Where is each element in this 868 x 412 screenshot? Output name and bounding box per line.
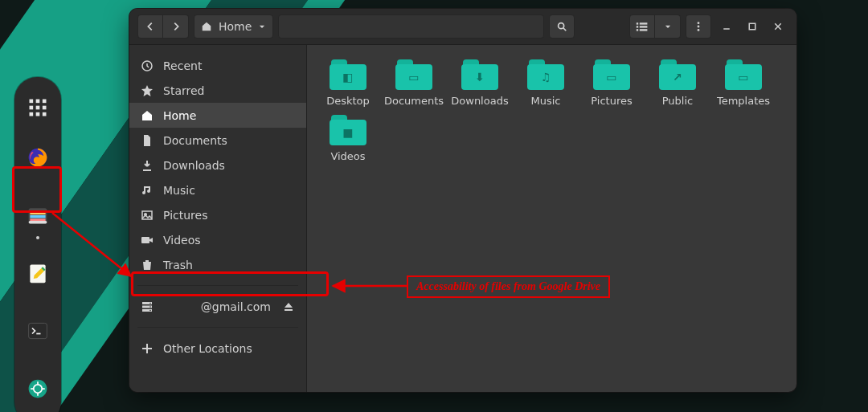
sidebar-item-label: Other Locations	[163, 342, 252, 355]
svg-point-41	[149, 302, 151, 304]
svg-point-20	[559, 23, 564, 29]
folder-public[interactable]: ↗ Public	[645, 56, 710, 112]
view-toggle-button[interactable]	[629, 14, 655, 39]
screenshot-launcher[interactable]	[22, 373, 54, 405]
folder-downloads[interactable]: ⬇ Downloads	[447, 56, 513, 112]
sidebar-item-label: Videos	[163, 234, 201, 247]
svg-rect-21	[637, 22, 638, 24]
sidebar-item-label: Pictures	[163, 209, 207, 222]
toolbar: Home	[129, 9, 796, 45]
folder-icon: ⬇	[461, 58, 498, 90]
path-label: Home	[219, 20, 252, 33]
sidebar: Recent Starred Home Documents Downloads …	[129, 45, 307, 392]
sidebar-item-other-locations[interactable]: Other Locations	[129, 336, 306, 361]
svg-point-29	[698, 29, 700, 31]
file-label: Desktop	[326, 95, 370, 107]
svg-rect-5	[43, 106, 47, 110]
hamburger-menu-button[interactable]	[686, 14, 711, 39]
sidebar-item-google-drive[interactable]: @gmail.com	[129, 294, 306, 319]
svg-rect-2	[43, 100, 47, 104]
file-label: Pictures	[591, 95, 632, 107]
folder-icon: ↗	[659, 58, 696, 90]
folder-desktop[interactable]: ◧ Desktop	[315, 56, 381, 112]
close-button[interactable]	[768, 16, 788, 37]
file-label: Music	[530, 95, 560, 107]
folder-icon: ▭	[395, 58, 432, 90]
sidebar-item-music[interactable]: Music	[129, 177, 306, 202]
file-manager-window: Home	[129, 9, 796, 392]
svg-rect-14	[29, 221, 47, 224]
folder-templates[interactable]: ▭ Templates	[710, 56, 776, 112]
folder-icon: ▭	[725, 58, 762, 90]
back-button[interactable]	[137, 14, 163, 39]
sidebar-item-label: Trash	[163, 259, 193, 271]
svg-rect-0	[30, 100, 34, 104]
sidebar-separator	[137, 327, 298, 328]
sidebar-item-starred[interactable]: Starred	[129, 78, 306, 103]
folder-icon: ■	[330, 113, 366, 145]
folder-icon: ◧	[330, 58, 366, 90]
file-view[interactable]: ◧ Desktop ▭ Documents ⬇ Downloads ♫ Musi…	[307, 45, 796, 392]
path-bar[interactable]: Home	[194, 14, 273, 39]
sidebar-item-label: Recent	[163, 59, 202, 72]
sidebar-item-label: Starred	[163, 84, 204, 97]
text-editor-launcher[interactable]	[22, 257, 54, 289]
sidebar-item-videos[interactable]: Videos	[129, 227, 306, 252]
annotation-box-file-manager-icon	[12, 166, 62, 213]
folder-videos[interactable]: ■ Videos	[315, 112, 381, 167]
svg-rect-23	[637, 26, 638, 27]
minimize-button[interactable]	[716, 16, 737, 37]
maximize-button[interactable]	[742, 16, 763, 37]
svg-rect-35	[142, 211, 152, 219]
svg-rect-4	[36, 106, 40, 110]
svg-rect-3	[30, 106, 34, 110]
sidebar-item-label: Downloads	[163, 159, 225, 172]
server-icon	[141, 300, 154, 313]
sidebar-item-downloads[interactable]: Downloads	[129, 153, 306, 177]
annotation-label-gdrive: Accessability of files from Google Drive	[407, 275, 610, 298]
sidebar-item-pictures[interactable]: Pictures	[129, 202, 306, 227]
svg-rect-12	[30, 215, 45, 218]
svg-rect-37	[141, 237, 149, 243]
eject-icon[interactable]	[282, 300, 295, 313]
view-options-button[interactable]	[655, 14, 681, 39]
file-label: Videos	[330, 150, 365, 162]
apps-grid-button[interactable]	[22, 92, 54, 124]
svg-rect-25	[637, 29, 638, 31]
svg-point-27	[698, 22, 700, 24]
svg-rect-16	[29, 323, 47, 338]
running-indicator	[36, 236, 39, 239]
folder-music[interactable]: ♫ Music	[513, 56, 579, 112]
folder-documents[interactable]: ▭ Documents	[381, 56, 447, 112]
svg-point-28	[698, 26, 700, 28]
sidebar-item-recent[interactable]: Recent	[129, 53, 306, 78]
sidebar-item-label: @gmail.com	[163, 300, 272, 313]
folder-pictures[interactable]: ▭ Pictures	[579, 56, 645, 112]
file-label: Documents	[384, 95, 444, 107]
search-button[interactable]	[549, 14, 575, 39]
sidebar-item-label: Home	[163, 109, 196, 122]
annotation-box-gdrive-sidebar	[131, 271, 329, 296]
forward-button[interactable]	[163, 14, 189, 39]
sidebar-item-home[interactable]: Home	[129, 103, 306, 128]
svg-rect-1	[36, 100, 40, 104]
folder-icon: ♫	[527, 58, 564, 90]
svg-point-43	[149, 309, 151, 311]
sidebar-item-label: Documents	[163, 134, 227, 147]
sidebar-item-documents[interactable]: Documents	[129, 128, 306, 153]
svg-rect-6	[30, 112, 34, 116]
svg-rect-26	[640, 29, 648, 31]
svg-rect-22	[640, 22, 648, 24]
dock	[14, 77, 61, 412]
sidebar-item-label: Music	[163, 184, 195, 197]
svg-rect-24	[640, 26, 648, 27]
svg-rect-7	[36, 112, 40, 116]
svg-rect-8	[43, 112, 47, 116]
location-entry[interactable]	[278, 14, 544, 39]
file-label: Templates	[717, 95, 770, 107]
terminal-launcher[interactable]	[22, 315, 54, 347]
file-label: Downloads	[451, 95, 508, 107]
svg-point-42	[149, 306, 151, 308]
file-label: Public	[662, 95, 693, 107]
folder-icon: ▭	[593, 58, 630, 90]
